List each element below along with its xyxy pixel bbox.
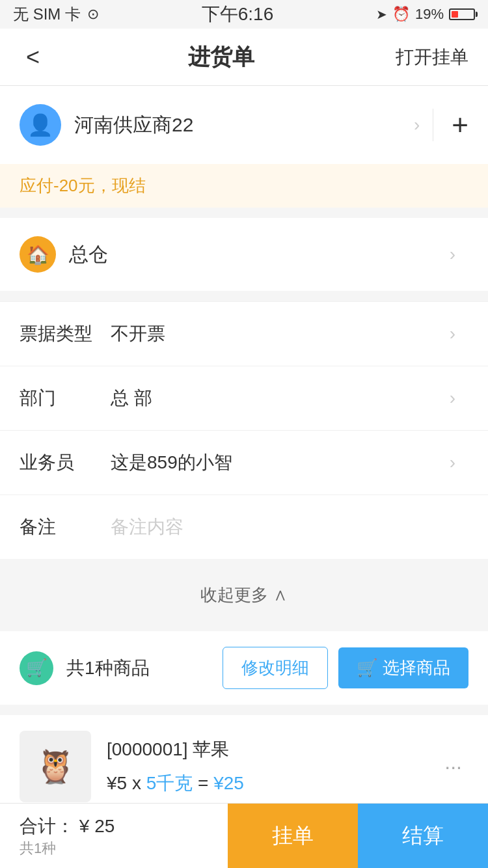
price-unit: ¥5	[107, 773, 127, 793]
alarm-icon: ⏰	[392, 6, 410, 23]
status-time: 下午6:16	[202, 2, 274, 27]
product-thumb-icon: 🦉	[35, 748, 75, 785]
select-product-label: 选择商品	[383, 657, 450, 679]
warning-banner: 应付-20元，现结	[0, 164, 488, 208]
product-info: [0000001] 苹果 ¥5 x 5千克 = ¥25	[107, 737, 422, 796]
equals-sign: =	[198, 773, 213, 793]
cart-icon: 🛒	[26, 658, 47, 678]
remark-label: 备注	[20, 515, 98, 539]
nav-bar: < 进货单 打开挂单	[0, 29, 488, 86]
product-code: [0000001]	[107, 739, 188, 759]
page-title: 进货单	[188, 42, 254, 72]
chevron-right-icon: ›	[450, 323, 455, 344]
salesperson-label: 业务员	[20, 450, 98, 475]
back-button[interactable]: <	[20, 37, 46, 77]
select-cart-icon: 🛒	[357, 658, 377, 678]
avatar-icon: 👤	[27, 113, 53, 137]
wifi-icon: ⊙	[87, 6, 99, 23]
product-name: [0000001] 苹果	[107, 737, 422, 762]
bottom-bar: 合计： ¥ 25 共1种 挂单 结算	[0, 803, 488, 868]
warehouse-name: 总仓	[69, 241, 450, 268]
product-thumbnail: 🦉	[20, 731, 91, 802]
select-product-button[interactable]: 🛒 选择商品	[338, 647, 468, 688]
chevron-right-icon: ›	[450, 452, 455, 473]
total-row: 合计： ¥ 25	[20, 814, 208, 839]
products-section: 🛒 共1种商品 修改明细 🛒 选择商品	[0, 631, 488, 705]
invoice-value: 不开票	[98, 321, 450, 346]
chevron-right-icon: ›	[450, 388, 455, 409]
dept-value: 总 部	[98, 386, 450, 411]
product-menu-button[interactable]: ···	[438, 748, 468, 785]
add-supplier-button[interactable]: +	[452, 111, 468, 139]
invoice-label: 票据类型	[20, 321, 98, 346]
supplier-row[interactable]: 👤 河南供应商22 › +	[0, 86, 488, 164]
products-icon: 🛒	[20, 651, 53, 685]
total-label: 合计：	[20, 816, 74, 836]
invoice-row[interactable]: 票据类型 不开票 ›	[0, 301, 488, 366]
remark-row[interactable]: 备注 备注内容	[0, 495, 488, 559]
settle-button[interactable]: 结算	[358, 804, 488, 869]
multiply-sign: x	[132, 773, 146, 793]
salesperson-value: 这是859的小智	[98, 450, 450, 475]
salesperson-row[interactable]: 业务员 这是859的小智 ›	[0, 430, 488, 495]
total-section: 合计： ¥ 25 共1种	[0, 814, 228, 858]
price-total: ¥25	[213, 773, 244, 793]
products-header: 🛒 共1种商品 修改明细 🛒 选择商品	[0, 631, 488, 705]
open-hang-button[interactable]: 打开挂单	[396, 45, 468, 70]
products-count: 共1种商品	[66, 656, 223, 681]
status-left: 无 SIM 卡 ⊙	[13, 4, 99, 25]
product-title: 苹果	[193, 739, 229, 759]
supplier-avatar: 👤	[20, 104, 61, 146]
supplier-section: 👤 河南供应商22 › + 应付-20元，现结	[0, 86, 488, 208]
divider	[433, 109, 433, 141]
total-amount: ¥ 25	[79, 816, 115, 836]
battery-percent: 19%	[415, 6, 444, 23]
form-section: 票据类型 不开票 › 部门 总 部 › 业务员 这是859的小智 › 备注 备注…	[0, 301, 488, 559]
warehouse-icon: 🏠	[20, 236, 56, 273]
product-price: ¥5 x 5千克 = ¥25	[107, 771, 422, 796]
dept-row[interactable]: 部门 总 部 ›	[0, 366, 488, 430]
location-icon: ➤	[376, 7, 387, 22]
dept-label: 部门	[20, 386, 98, 411]
warehouse-row[interactable]: 🏠 总仓 ›	[0, 218, 488, 291]
total-count: 共1种	[20, 839, 208, 858]
edit-detail-button[interactable]: 修改明细	[223, 647, 328, 689]
supplier-name: 河南供应商22	[74, 112, 414, 139]
carrier-text: 无 SIM 卡	[13, 4, 81, 25]
warehouse-section: 🏠 总仓 ›	[0, 218, 488, 291]
battery-icon	[449, 8, 475, 20]
collapse-button[interactable]: 收起更多 ∧	[0, 569, 488, 621]
hang-order-button[interactable]: 挂单	[228, 804, 358, 869]
remark-placeholder[interactable]: 备注内容	[98, 515, 468, 539]
chevron-right-icon: ›	[450, 244, 455, 265]
price-qty: 5千克	[146, 773, 193, 793]
status-bar: 无 SIM 卡 ⊙ 下午6:16 ➤ ⏰ 19%	[0, 0, 488, 29]
status-right: ➤ ⏰ 19%	[376, 6, 475, 23]
chevron-right-icon: ›	[414, 115, 420, 135]
